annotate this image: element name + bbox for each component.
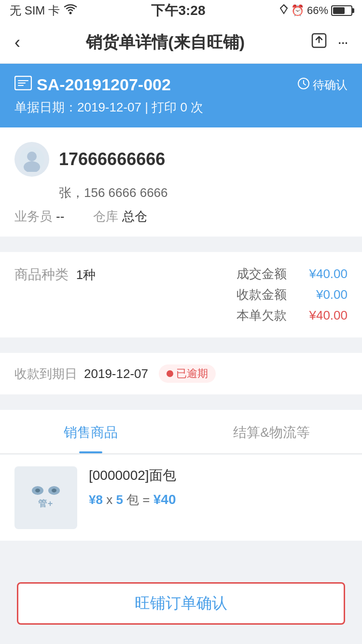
battery-label: 66% bbox=[307, 4, 328, 17]
product-price: ¥8 x 5 包 = ¥40 bbox=[89, 491, 348, 508]
overdue-badge: 已逾期 bbox=[159, 364, 216, 383]
transaction-value: ¥40.00 bbox=[294, 266, 348, 281]
svg-point-5 bbox=[27, 152, 37, 161]
owl-logo bbox=[32, 486, 60, 495]
order-status-badge: 待确认 bbox=[297, 77, 348, 93]
order-date: 单据日期：2019-12-07 | 打印 0 次 bbox=[14, 99, 348, 116]
svg-point-0 bbox=[70, 12, 72, 14]
owl-eye-right bbox=[48, 486, 60, 495]
battery-icon bbox=[331, 5, 352, 16]
amounts-group: 成交金额 ¥40.00 收款金额 ¥0.00 本单欠款 ¥40.00 bbox=[237, 266, 348, 324]
owed-value: ¥40.00 bbox=[294, 308, 348, 323]
more-icon[interactable]: ··· bbox=[337, 33, 348, 51]
transaction-amount-line: 成交金额 ¥40.00 bbox=[237, 266, 348, 282]
customer-phone: 17666666666 bbox=[59, 149, 165, 169]
transaction-label: 成交金额 bbox=[237, 266, 287, 282]
salesperson-item: 业务员 -- bbox=[14, 208, 64, 225]
unit-label: 包 bbox=[126, 492, 139, 507]
wifi-icon bbox=[64, 4, 77, 17]
customer-name: 张，156 6666 6666 bbox=[14, 184, 348, 201]
product-name: [0000002]面包 bbox=[89, 466, 348, 485]
salesperson-label: 业务员 bbox=[14, 208, 52, 225]
warehouse-item: 仓库 总仓 bbox=[93, 208, 147, 225]
equals-sign: = bbox=[142, 492, 150, 507]
tab-settlement[interactable]: 结算&物流等 bbox=[181, 410, 362, 453]
owl-text: 管+ bbox=[38, 498, 54, 509]
product-count-group: 商品种类 1种 bbox=[14, 266, 96, 284]
back-button[interactable]: ‹ bbox=[14, 32, 20, 53]
overdue-dot-icon bbox=[167, 370, 173, 377]
status-left: 无 SIM 卡 bbox=[10, 3, 77, 18]
location-icon bbox=[279, 4, 288, 17]
time-label: 下午3:28 bbox=[151, 1, 205, 20]
collected-amount-line: 收款金额 ¥0.00 bbox=[237, 286, 348, 303]
product-thumbnail: 管+ bbox=[14, 466, 77, 529]
warehouse-label: 仓库 bbox=[93, 208, 118, 225]
owed-amount-line: 本单欠款 ¥40.00 bbox=[237, 307, 348, 324]
nav-actions: ··· bbox=[310, 32, 348, 53]
product-item: 管+ [0000002]面包 ¥8 x 5 包 = ¥40 bbox=[14, 466, 348, 529]
product-section: 管+ [0000002]面包 ¥8 x 5 包 = ¥40 bbox=[0, 455, 362, 541]
quantity: 5 bbox=[116, 492, 123, 507]
share-icon[interactable] bbox=[310, 32, 328, 53]
due-section: 收款到期日 2019-12-07 已逾期 bbox=[0, 353, 362, 394]
alarm-icon: ⏰ bbox=[291, 4, 304, 17]
carrier-label: 无 SIM 卡 bbox=[10, 3, 60, 18]
salesperson-value: -- bbox=[56, 209, 64, 224]
collected-value: ¥0.00 bbox=[294, 287, 348, 302]
order-icon bbox=[14, 75, 32, 94]
order-id: SA-20191207-002 bbox=[14, 75, 171, 94]
bottom-button-container: 旺铺订单确认 bbox=[17, 582, 345, 625]
confirm-order-button[interactable]: 旺铺订单确认 bbox=[17, 582, 345, 625]
product-types-label: 商品种类 bbox=[14, 267, 69, 282]
nav-bar: ‹ 销货单详情(来自旺铺) ··· bbox=[0, 21, 362, 64]
multiply-sign: x bbox=[106, 492, 112, 507]
warehouse-value: 总仓 bbox=[122, 208, 147, 225]
due-date-value: 2019-12-07 bbox=[84, 366, 148, 381]
due-date-label: 收款到期日 bbox=[14, 365, 77, 382]
product-count-value: 1种 bbox=[76, 267, 96, 282]
order-header-card: SA-20191207-002 待确认 单据日期：2019-12-07 | 打印… bbox=[0, 64, 362, 127]
owed-label: 本单欠款 bbox=[237, 307, 287, 324]
avatar bbox=[14, 142, 49, 177]
customer-section: 17666666666 张，156 6666 6666 业务员 -- 仓库 总仓 bbox=[0, 127, 362, 237]
overdue-label: 已逾期 bbox=[176, 366, 208, 381]
page-title: 销货单详情(来自旺铺) bbox=[86, 31, 245, 54]
price-total: ¥40 bbox=[153, 492, 176, 507]
status-bar: 无 SIM 卡 下午3:28 ⏰ 66% bbox=[0, 0, 362, 21]
tabs-section: 销售商品 结算&物流等 bbox=[0, 410, 362, 454]
summary-section: 商品种类 1种 成交金额 ¥40.00 收款金额 ¥0.00 本单欠款 ¥40.… bbox=[0, 252, 362, 337]
owl-eye-left bbox=[32, 486, 43, 495]
tab-sales-products[interactable]: 销售商品 bbox=[0, 410, 181, 453]
collected-label: 收款金额 bbox=[237, 286, 287, 303]
clock-icon bbox=[297, 77, 310, 93]
customer-meta: 业务员 -- 仓库 总仓 bbox=[14, 208, 348, 225]
separator-2 bbox=[0, 345, 362, 353]
price-unit: ¥8 bbox=[89, 492, 103, 507]
separator-1 bbox=[0, 244, 362, 252]
product-info: [0000002]面包 ¥8 x 5 包 = ¥40 bbox=[89, 466, 348, 508]
status-right: ⏰ 66% bbox=[279, 4, 352, 17]
separator-3 bbox=[0, 402, 362, 410]
